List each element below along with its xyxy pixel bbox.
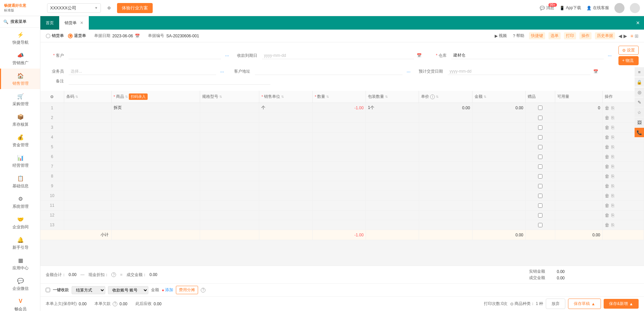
row-pack-qty[interactable] (366, 220, 419, 230)
warehouse-dots-icon[interactable]: ··· (606, 53, 613, 58)
float-btn-4[interactable]: ✎ (635, 98, 644, 107)
row-unit[interactable] (259, 210, 312, 220)
row-unit[interactable] (259, 132, 312, 142)
row-amount[interactable] (472, 220, 525, 230)
receive-date-calendar-icon[interactable]: 📅 (417, 53, 422, 58)
row-unit[interactable]: 个 (259, 103, 312, 113)
btn-video[interactable]: ▶ 视频 (493, 32, 508, 39)
abandon-btn[interactable]: 放弃 (546, 299, 565, 309)
row-price[interactable] (419, 142, 472, 152)
float-btn-6[interactable]: 🖼 (635, 118, 644, 127)
row-price[interactable] (419, 181, 472, 191)
sidebar-item-sales[interactable]: 🏠 销售管理 (0, 69, 40, 89)
row-barcode[interactable] (64, 171, 111, 181)
sidebar-item-wechat[interactable]: 💬 企业微信 (0, 274, 40, 294)
row-spec[interactable] (200, 123, 259, 132)
row-amount[interactable] (472, 181, 525, 191)
row-unit[interactable] (259, 142, 312, 152)
row-product[interactable] (111, 210, 200, 220)
row-pack-qty[interactable] (366, 171, 419, 181)
customer-address-input[interactable] (255, 68, 403, 75)
one-click-payment-checkbox[interactable] (46, 288, 50, 292)
row-pack-qty[interactable] (366, 162, 419, 171)
row-pack-qty[interactable] (366, 210, 419, 220)
row-qty[interactable] (312, 113, 366, 123)
row-spec[interactable] (200, 162, 259, 171)
delete-icon[interactable]: 🗑 (605, 183, 609, 189)
sidebar-item-inventory[interactable]: 📦 库存核算 (0, 110, 40, 130)
sidebar-item-app-center[interactable]: ▦ 应用中心 (0, 253, 40, 274)
tab-sales-order[interactable]: 销货单 ✕ (59, 16, 89, 30)
row-price[interactable] (419, 201, 472, 210)
copy-icon[interactable]: ⎘ (611, 173, 614, 179)
copy-icon[interactable]: ⎘ (611, 115, 614, 120)
avatar[interactable] (614, 3, 624, 13)
row-qty[interactable] (312, 210, 366, 220)
app-download-btn[interactable]: 📱 App下载 (560, 5, 581, 11)
notes-input[interactable] (69, 78, 270, 85)
row-qty[interactable] (312, 191, 366, 201)
radio-return-bill[interactable]: 退货单 (68, 33, 86, 39)
row-qty[interactable] (312, 181, 366, 191)
calendar-icon[interactable]: 📅 (135, 34, 140, 38)
scan-btn[interactable]: 扫码录入 (129, 93, 148, 100)
prev-arrow-icon[interactable]: ◀ (618, 33, 622, 39)
delete-icon[interactable]: 🗑 (605, 134, 609, 140)
row-product[interactable] (111, 142, 200, 152)
copy-icon[interactable]: ⎘ (611, 203, 614, 208)
sidebar-item-enterprise[interactable]: 🤝 企业协同 (0, 212, 40, 233)
order-no-value[interactable]: SA-20230606-001 (166, 34, 199, 38)
settings-icon[interactable]: ⚙ (104, 3, 114, 13)
btn-history[interactable]: 历史单据 (595, 32, 615, 39)
row-gift[interactable] (526, 123, 555, 132)
row-gift[interactable] (526, 191, 555, 201)
sidebar-item-guide[interactable]: 🔔 新手引导 (0, 233, 40, 253)
row-barcode[interactable] (64, 132, 111, 142)
copy-icon[interactable]: ⎘ (611, 222, 614, 228)
add-btn[interactable]: ● 添加 (162, 287, 173, 293)
company-selector[interactable]: XXXXXX公司 ▼ (47, 3, 101, 13)
row-qty[interactable] (312, 201, 366, 210)
delete-icon[interactable]: 🗑 (605, 115, 609, 120)
row-qty[interactable] (312, 220, 366, 230)
row-unit[interactable] (259, 113, 312, 123)
row-product[interactable] (111, 113, 200, 123)
row-spec[interactable] (200, 201, 259, 210)
row-barcode[interactable] (64, 162, 111, 171)
grid-view-icon[interactable]: ⊞ (635, 33, 639, 39)
delete-icon[interactable]: 🗑 (605, 173, 609, 179)
row-product[interactable] (111, 191, 200, 201)
row-pack-qty[interactable] (366, 113, 419, 123)
row-spec[interactable] (200, 103, 259, 113)
row-spec[interactable] (200, 171, 259, 181)
copy-icon[interactable]: ⎘ (611, 212, 614, 218)
row-pack-qty[interactable] (366, 123, 419, 132)
row-price[interactable] (419, 171, 472, 181)
trial-button[interactable]: 体验行业方案 (117, 3, 153, 13)
float-btn-3[interactable]: ◎ (635, 87, 644, 97)
row-spec[interactable] (200, 220, 259, 230)
row-product[interactable] (111, 171, 200, 181)
copy-icon[interactable]: ⎘ (611, 154, 614, 159)
salesperson-dots-icon[interactable]: ··· (219, 69, 226, 74)
list-view-icon[interactable]: ≡ (631, 33, 633, 39)
row-gift[interactable] (526, 142, 555, 152)
row-gift[interactable] (526, 201, 555, 210)
row-gift[interactable] (526, 220, 555, 230)
row-pack-qty[interactable] (366, 132, 419, 142)
row-pack-qty[interactable] (366, 181, 419, 191)
radio-sales-bill[interactable]: 销货单 (46, 33, 64, 39)
avatar2[interactable] (630, 3, 640, 13)
window-close-icon[interactable]: ✕ (636, 20, 640, 26)
btn-shortcut[interactable]: 快捷键 (529, 32, 545, 39)
date-value[interactable]: 2023-06-06 (112, 34, 133, 38)
copy-icon[interactable]: ⎘ (611, 164, 614, 169)
row-qty[interactable] (312, 132, 366, 142)
row-unit[interactable] (259, 152, 312, 162)
save-new-btn[interactable]: 保存&新增 ▲ (604, 299, 639, 309)
expected-date-input[interactable] (448, 68, 591, 75)
sidebar-search[interactable]: 🔍 搜索菜单 (0, 16, 40, 28)
copy-icon[interactable]: ⎘ (611, 193, 614, 198)
row-product[interactable]: 拆页 (111, 103, 200, 113)
row-product[interactable] (111, 152, 200, 162)
